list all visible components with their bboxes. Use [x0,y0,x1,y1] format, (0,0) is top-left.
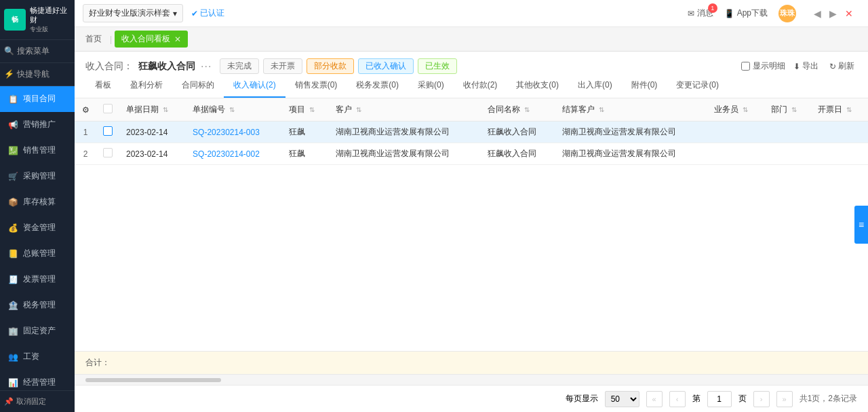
app-sub: 专业版 [30,25,71,34]
more-options-button[interactable]: ··· [201,60,212,73]
row-checkbox-1[interactable] [103,126,113,136]
tab-change-log[interactable]: 变更记录(0) [667,74,728,98]
tab-income-confirm[interactable]: 收入确认(2) [224,74,285,98]
sidebar-item-assets[interactable]: 🏢 固定资产 [0,318,75,344]
quick-nav[interactable]: ⚡ 快捷导航 [0,63,75,86]
tax-icon: 🏦 [7,299,19,312]
check-all[interactable] [103,104,113,113]
first-page-button[interactable]: « [646,391,663,407]
sort-customer-icon[interactable]: ⇅ [356,106,361,113]
last-page-button[interactable]: » [776,391,793,407]
sidebar-item-tax[interactable]: 🏦 税务管理 [0,293,75,318]
sort-contract-icon[interactable]: ⇅ [524,106,530,113]
tab-payment[interactable]: 收付款(2) [454,74,507,98]
tab-attachments[interactable]: 附件(0) [622,74,667,98]
content-area: 收入合同： 狂飙收入合同 ··· 未完成 未开票 部分收款 已收入确认 已生效 … [75,52,868,412]
status-effective[interactable]: 已生效 [418,58,457,74]
row-customer: 湖南卫视商业运营发展有限公司 [329,121,481,143]
row-order-no[interactable]: SQ-20230214-003 [186,121,282,143]
user-avatar-button[interactable]: 珠珠 [778,5,796,22]
sidebar-item-mgmt[interactable]: 📊 经营管理 [0,370,75,390]
tab-profit[interactable]: 盈利分析 [121,74,172,98]
sort-dept-icon[interactable]: ⇅ [791,106,797,113]
table-row[interactable]: 1 2023-02-14 SQ-20230214-003 狂飙 湖南卫视商业运营… [75,121,868,143]
detail-checkbox-input[interactable] [741,62,750,71]
nav-forward-button[interactable]: ▶ [828,7,838,20]
row-date: 2023-02-14 [119,121,186,143]
sidebar-item-hr[interactable]: 👥 工资 [0,344,75,370]
col-settings[interactable]: ⚙ [75,98,96,121]
show-detail-checkbox[interactable]: 显示明细 [741,60,785,72]
tab-tax-invoice[interactable]: 税务发票(0) [347,74,408,98]
status-not-done[interactable]: 未完成 [220,58,259,74]
tab-other-income[interactable]: 其他收支(0) [507,74,568,98]
sort-invoice-date-icon[interactable]: ⇅ [846,106,852,113]
nav-back-button[interactable]: ◀ [812,7,823,20]
sidebar-item-project[interactable]: 📋 项目合同 [0,86,75,112]
message-icon: ✉ [688,9,694,18]
sidebar-bottom-pin[interactable]: 📌 取消固定 [0,390,75,412]
table-row[interactable]: 2 2023-02-14 SQ-20230214-002 狂飙 湖南卫视商业运营… [75,143,868,165]
search-icon: 🔍 [4,46,14,56]
col-project: 项目 ⇅ [282,98,330,121]
row-check[interactable] [96,143,119,165]
status-confirmed[interactable]: 已收入确认 [358,58,414,74]
sidebar-item-capital[interactable]: 💰 资金管理 [0,215,75,241]
export-button[interactable]: ⬇ 导出 [791,59,821,73]
close-window-button[interactable]: ✕ [844,7,854,20]
status-not-invoiced[interactable]: 未开票 [263,58,302,74]
sort-order-icon[interactable]: ⇅ [229,106,235,113]
row-dept [764,143,812,165]
sort-sales-icon[interactable]: ⇅ [743,106,748,113]
prev-page-button[interactable]: ‹ [669,391,686,407]
tab-purchase[interactable]: 采购(0) [408,74,454,98]
row-date: 2023-02-14 [119,143,186,165]
col-check-all[interactable] [96,98,119,121]
sidebar-item-inventory[interactable]: 📦 库存核算 [0,189,75,215]
sidebar-item-general[interactable]: 📒 总账管理 [0,241,75,267]
row-contract: 狂飙收入合同 [481,121,555,143]
quick-nav-icon: ⚡ [4,69,14,79]
horizontal-scrollbar[interactable] [85,378,221,382]
active-tab[interactable]: 收入合同看板 ✕ [115,31,188,48]
sidebar-item-sales[interactable]: 💹 销售管理 [0,138,75,164]
next-page-button[interactable]: › [753,391,770,407]
sidebar-item-invoice[interactable]: 🧾 发票管理 [0,267,75,293]
export-icon: ⬇ [793,62,800,71]
message-button[interactable]: ✉ 消息 1 [688,7,713,19]
refresh-button[interactable]: ↻ 刷新 [827,59,857,73]
sidebar-item-marketing[interactable]: 📢 营销推广 [0,112,75,138]
row-check[interactable] [96,121,119,143]
home-tab[interactable]: 首页 [80,33,107,45]
topbar: 好业财专业版演示样套 ▾ ✔ 已认证 ✉ 消息 1 📱 App下载 珠珠 [75,0,868,27]
status-partial-payment[interactable]: 部分收款 [307,58,354,74]
sort-settle-icon[interactable]: ⇅ [599,106,604,113]
right-float-button[interactable]: ≡ [854,206,868,244]
pagination: 每页显示 50 20 100 200 « ‹ 第 页 › » 共1页，2条记录 [75,385,868,412]
invoice-icon: 🧾 [7,274,19,286]
row-checkbox-2[interactable] [103,148,113,157]
order-link-1[interactable]: SQ-20230214-003 [193,128,260,137]
sidebar-item-purchase[interactable]: 🛒 采购管理 [0,164,75,189]
row-order-no[interactable]: SQ-20230214-002 [186,143,282,165]
sidebar: 畅 畅捷通好业财 专业版 🔍 搜索菜单 ⚡ 快捷导航 📋 项目合同 📢 营销推广… [0,0,75,412]
per-page-select[interactable]: 50 20 100 200 [605,391,639,407]
refresh-icon: ↻ [829,62,836,71]
app-download-button[interactable]: 📱 App下载 [724,7,768,19]
company-selector[interactable]: 好业财专业版演示样套 ▾ [83,4,183,22]
row-project: 狂飙 [282,143,330,165]
purchase-icon: 🛒 [7,170,19,183]
tab-kanban[interactable]: 看板 [85,74,121,98]
row-project: 狂飙 [282,121,330,143]
tab-contract-subject[interactable]: 合同标的 [172,74,224,98]
page-title: 收入合同： 狂飙收入合同 ··· [85,60,212,73]
search-menu[interactable]: 🔍 搜索菜单 [0,40,75,63]
project-icon: 📋 [7,93,19,105]
page-input[interactable] [707,391,732,407]
tab-close-button[interactable]: ✕ [174,35,181,44]
order-link-2[interactable]: SQ-20230214-002 [193,149,260,159]
sort-date-icon[interactable]: ⇅ [163,106,168,113]
tab-warehouse[interactable]: 出入库(0) [568,74,622,98]
tab-sales-invoice[interactable]: 销售发票(0) [285,74,347,98]
sort-project-icon[interactable]: ⇅ [309,106,315,113]
